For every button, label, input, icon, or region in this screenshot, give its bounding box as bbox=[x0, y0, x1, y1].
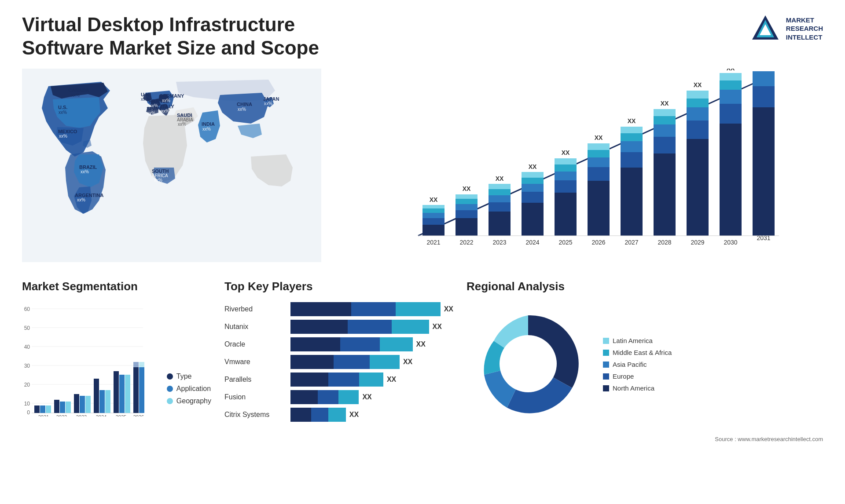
svg-text:2026: 2026 bbox=[133, 414, 144, 416]
svg-text:XX: XX bbox=[496, 175, 504, 182]
player-bar bbox=[290, 337, 413, 351]
geography-label: Geography bbox=[176, 397, 211, 405]
player-name: Fusion bbox=[224, 393, 286, 401]
svg-rect-64 bbox=[687, 107, 709, 121]
player-bar bbox=[290, 390, 359, 404]
svg-text:2028: 2028 bbox=[658, 239, 671, 246]
svg-rect-23 bbox=[489, 189, 511, 195]
bar-seg-mid bbox=[351, 302, 396, 316]
svg-rect-6 bbox=[422, 225, 445, 236]
player-bar bbox=[290, 355, 400, 369]
svg-point-120 bbox=[500, 335, 557, 392]
player-bar-container: XX bbox=[290, 373, 453, 387]
player-bar-container: XX bbox=[290, 390, 453, 404]
svg-rect-70 bbox=[720, 104, 742, 124]
svg-text:2027: 2027 bbox=[625, 239, 638, 246]
asia-pacific-color bbox=[603, 362, 609, 368]
svg-text:2024: 2024 bbox=[525, 239, 539, 246]
svg-rect-66 bbox=[687, 91, 709, 99]
top-section: CANADA xx% U.S. xx% MEXICO xx% BRAZIL xx… bbox=[22, 69, 823, 262]
player-name: Parallels bbox=[224, 376, 286, 383]
svg-rect-51 bbox=[621, 133, 643, 141]
regional-chart: Latin America Middle East & Africa Asia … bbox=[467, 302, 823, 427]
svg-rect-72 bbox=[720, 80, 742, 90]
regional-analysis: Regional Analysis bbox=[467, 280, 823, 442]
germany-value: xx% bbox=[162, 98, 170, 103]
svg-rect-77 bbox=[753, 86, 775, 107]
svg-text:2031: 2031 bbox=[757, 234, 770, 241]
svg-text:XX: XX bbox=[628, 117, 636, 124]
svg-rect-27 bbox=[522, 203, 544, 236]
svg-text:XX: XX bbox=[562, 149, 570, 156]
donut-svg bbox=[467, 302, 590, 425]
svg-rect-15 bbox=[456, 204, 478, 210]
growth-chart-area: XX 2021 XX 2022 XX 2023 bbox=[339, 69, 823, 262]
map-area: CANADA xx% U.S. xx% MEXICO xx% BRAZIL xx… bbox=[22, 69, 321, 262]
us-value: xx% bbox=[59, 110, 67, 115]
bar-seg-dark bbox=[290, 408, 311, 422]
svg-text:10: 10 bbox=[24, 401, 30, 407]
player-value: XX bbox=[416, 340, 426, 348]
segmentation-title: Market Segmentation bbox=[22, 280, 211, 293]
svg-rect-38 bbox=[555, 158, 577, 164]
bar-seg-mid bbox=[318, 390, 338, 404]
svg-rect-49 bbox=[621, 152, 643, 168]
svg-rect-14 bbox=[456, 210, 478, 218]
mea-label: Middle East & Africa bbox=[613, 349, 672, 356]
mea-color bbox=[603, 350, 609, 356]
key-players: Top Key Players Riverbed XX bbox=[224, 280, 453, 422]
svg-rect-97 bbox=[46, 405, 51, 413]
svg-rect-29 bbox=[522, 184, 544, 192]
latin-america-label: Latin America bbox=[613, 337, 653, 344]
svg-rect-76 bbox=[753, 107, 775, 236]
svg-rect-21 bbox=[489, 202, 511, 212]
latin-america-color bbox=[603, 338, 609, 344]
north-america-label: North America bbox=[613, 384, 654, 392]
logo-text: MARKET RESEARCH INTELLECT bbox=[786, 16, 823, 42]
bar-seg-dark bbox=[290, 320, 348, 334]
player-value: XX bbox=[362, 393, 371, 401]
player-name: Vmware bbox=[224, 358, 286, 366]
italy-value: xx% bbox=[161, 109, 169, 113]
svg-rect-30 bbox=[522, 178, 544, 184]
player-bar bbox=[290, 373, 383, 387]
page-container: Virtual Desktop Infrastructure Software … bbox=[0, 0, 845, 504]
table-row: Vmware XX bbox=[224, 355, 453, 369]
svg-rect-20 bbox=[489, 212, 511, 236]
japan-value: xx% bbox=[264, 101, 272, 106]
list-item: Latin America bbox=[603, 337, 672, 344]
brazil-value: xx% bbox=[81, 169, 89, 174]
legend-application: Application bbox=[167, 385, 211, 393]
svg-rect-36 bbox=[555, 172, 577, 180]
bar-seg-light bbox=[370, 355, 400, 369]
donut-chart bbox=[467, 302, 590, 427]
svg-text:2023: 2023 bbox=[76, 414, 87, 416]
svg-text:2021: 2021 bbox=[426, 239, 440, 246]
geography-dot bbox=[167, 398, 173, 404]
china-value: xx% bbox=[238, 107, 246, 112]
bar-seg-mid bbox=[340, 337, 380, 351]
uk-value: xx% bbox=[141, 97, 149, 102]
north-america-color bbox=[603, 385, 609, 391]
svg-text:2024: 2024 bbox=[96, 414, 107, 416]
argentina-value: xx% bbox=[77, 197, 85, 202]
saudi-value: xx% bbox=[178, 122, 186, 127]
svg-rect-16 bbox=[456, 199, 478, 204]
svg-text:2022: 2022 bbox=[459, 239, 473, 246]
application-label: Application bbox=[176, 385, 211, 393]
europe-color bbox=[603, 373, 609, 380]
regional-legend: Latin America Middle East & Africa Asia … bbox=[603, 337, 672, 392]
svg-text:2030: 2030 bbox=[724, 239, 737, 246]
svg-rect-105 bbox=[85, 396, 91, 413]
svg-rect-104 bbox=[80, 396, 85, 413]
svg-rect-58 bbox=[654, 116, 676, 124]
logo-icon bbox=[750, 13, 781, 44]
svg-rect-101 bbox=[66, 402, 71, 413]
svg-rect-13 bbox=[456, 218, 478, 236]
bar-seg-light bbox=[338, 390, 359, 404]
svg-rect-118 bbox=[139, 362, 144, 367]
svg-rect-96 bbox=[40, 405, 45, 413]
svg-text:XX: XX bbox=[694, 81, 702, 88]
svg-rect-50 bbox=[621, 141, 643, 152]
svg-rect-31 bbox=[522, 172, 544, 178]
